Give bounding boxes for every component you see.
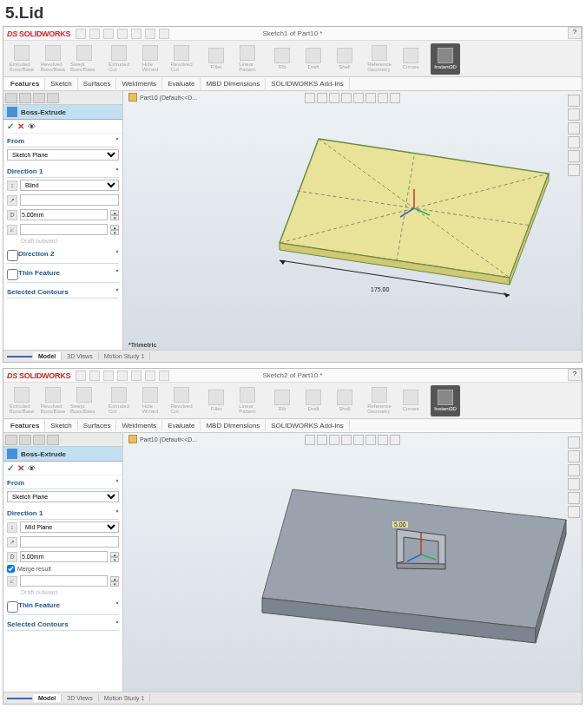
- custom-props-icon[interactable]: [568, 164, 580, 176]
- hole-wizard-button[interactable]: HoleWizard: [135, 385, 165, 416]
- qat-new-icon[interactable]: [76, 371, 86, 381]
- tab-mbd[interactable]: MBD Dimensions: [201, 420, 266, 431]
- tab-weldments[interactable]: Weldments: [116, 420, 162, 431]
- fm-tab-config-icon[interactable]: [33, 93, 45, 103]
- fillet-button[interactable]: Fillet: [201, 385, 231, 416]
- reverse-direction-icon[interactable]: ↕: [7, 180, 17, 191]
- tab-evaluate[interactable]: Evaluate: [162, 78, 201, 89]
- bottom-tab-lead[interactable]: [7, 698, 33, 699]
- tab-3dviews[interactable]: 3D Views: [62, 352, 98, 360]
- instant3d-button[interactable]: Instant3D: [431, 43, 460, 75]
- fm-tab-display-icon[interactable]: [47, 93, 59, 103]
- qat-undo-icon[interactable]: [131, 29, 142, 39]
- dimension-handle[interactable]: 5.00: [392, 521, 408, 528]
- revolved-boss-button[interactable]: RevolvedBoss/Base: [38, 385, 68, 416]
- selected-contours-header[interactable]: Selected Contours˅: [7, 619, 119, 631]
- qat-rebuild-icon[interactable]: [145, 29, 155, 39]
- zoom-fit-icon[interactable]: [305, 93, 315, 103]
- tab-mbd[interactable]: MBD Dimensions: [201, 78, 266, 89]
- from-select[interactable]: Sketch Plane: [7, 149, 119, 161]
- design-lib-icon[interactable]: [568, 108, 580, 121]
- tab-addins[interactable]: SOLIDWORKS Add-Ins: [266, 420, 350, 431]
- extruded-boss-button[interactable]: ExtrudedBoss/Base: [7, 43, 36, 75]
- view-orient-icon[interactable]: [353, 93, 364, 103]
- dimension-length[interactable]: 175.00: [371, 286, 389, 292]
- swept-boss-button[interactable]: Swept Boss/Base: [69, 43, 99, 75]
- draft-button[interactable]: Draft: [299, 385, 328, 416]
- fm-tab-feature-icon[interactable]: [5, 435, 17, 445]
- qat-save-icon[interactable]: [103, 29, 114, 39]
- section-view-icon[interactable]: [341, 435, 352, 445]
- appearance-icon[interactable]: [390, 435, 400, 445]
- depth-input[interactable]: [20, 551, 108, 562]
- extruded-boss-button[interactable]: ExtrudedBoss/Base: [7, 385, 36, 416]
- revolved-boss-button[interactable]: RevolvedBoss/Base: [38, 43, 68, 75]
- direction1-header[interactable]: Direction 1˄: [7, 166, 119, 178]
- instant3d-button[interactable]: Instant3D: [431, 385, 460, 416]
- section-view-icon[interactable]: [341, 93, 352, 103]
- preview-icon[interactable]: 👁: [28, 464, 36, 473]
- display-style-icon[interactable]: [365, 93, 376, 103]
- direction2-checkbox[interactable]: [7, 250, 18, 261]
- ok-button[interactable]: ✓: [7, 121, 14, 131]
- cancel-button[interactable]: ✕: [17, 121, 24, 131]
- tab-surfaces[interactable]: Surfaces: [78, 420, 117, 431]
- from-select[interactable]: Sketch Plane: [7, 491, 119, 502]
- from-header[interactable]: From˄: [7, 477, 119, 489]
- fm-tab-config-icon[interactable]: [33, 435, 45, 445]
- help-button[interactable]: ?: [568, 27, 582, 39]
- merge-result-checkbox[interactable]: [7, 565, 15, 573]
- ref-geom-button[interactable]: ReferenceGeometry: [365, 385, 394, 416]
- prev-view-icon[interactable]: [329, 435, 339, 445]
- design-lib-icon[interactable]: [568, 450, 580, 462]
- fm-tab-display-icon[interactable]: [47, 435, 59, 445]
- qat-options-icon[interactable]: [159, 29, 169, 39]
- view-orient-icon[interactable]: [353, 435, 364, 445]
- bottom-tab-lead[interactable]: [7, 356, 33, 357]
- extruded-cut-button[interactable]: ExtrudedCut: [104, 385, 134, 416]
- hide-show-icon[interactable]: [378, 435, 388, 445]
- qat-save-icon[interactable]: [103, 371, 114, 381]
- appearance-icon[interactable]: [390, 93, 400, 103]
- qat-open-icon[interactable]: [89, 29, 100, 39]
- direction-vector-icon[interactable]: ↗: [7, 537, 17, 548]
- swept-boss-button[interactable]: Swept Boss/Base: [69, 385, 99, 416]
- ref-geom-button[interactable]: ReferenceGeometry: [365, 43, 394, 75]
- file-explorer-icon[interactable]: [568, 464, 580, 476]
- reverse-direction-icon[interactable]: ↕: [7, 522, 17, 533]
- tab-model[interactable]: Model: [33, 694, 62, 702]
- preview-icon[interactable]: 👁: [28, 122, 36, 131]
- thin-feature-checkbox[interactable]: [7, 601, 18, 613]
- curves-button[interactable]: Curves: [396, 385, 425, 416]
- end-condition-select[interactable]: Blind: [20, 180, 119, 191]
- extruded-cut-button[interactable]: ExtrudedCut: [104, 43, 134, 75]
- qat-rebuild-icon[interactable]: [145, 371, 155, 381]
- qat-undo-icon[interactable]: [131, 371, 142, 381]
- file-explorer-icon[interactable]: [568, 122, 580, 134]
- tab-model[interactable]: Model: [33, 352, 62, 360]
- fm-tab-property-icon[interactable]: [19, 93, 31, 103]
- shell-button[interactable]: Shell: [330, 385, 359, 416]
- linear-pattern-button[interactable]: LinearPattern: [233, 385, 262, 416]
- appearances-icon[interactable]: [568, 150, 580, 162]
- tab-evaluate[interactable]: Evaluate: [162, 420, 201, 431]
- curves-button[interactable]: Curves: [396, 43, 425, 75]
- spin-down[interactable]: ▾: [110, 215, 119, 220]
- tab-sketch[interactable]: Sketch: [45, 78, 77, 89]
- tab-addins[interactable]: SOLIDWORKS Add-Ins: [266, 78, 350, 89]
- qat-options-icon[interactable]: [159, 371, 169, 381]
- shell-button[interactable]: Shell: [330, 43, 359, 75]
- revolved-cut-button[interactable]: RevolvedCut: [167, 385, 196, 416]
- direction-vector-icon[interactable]: ↗: [7, 195, 17, 206]
- tab-surfaces[interactable]: Surfaces: [78, 78, 117, 89]
- revolved-cut-button[interactable]: RevolvedCut: [167, 43, 196, 75]
- rib-button[interactable]: Rib: [267, 385, 297, 416]
- thin-feature-checkbox[interactable]: [7, 269, 18, 280]
- spin-down[interactable]: ▾: [110, 230, 119, 235]
- direction-vector-input[interactable]: [20, 194, 119, 206]
- qat-print-icon[interactable]: [117, 371, 128, 381]
- view-palette-icon[interactable]: [568, 136, 580, 148]
- resources-icon[interactable]: [568, 436, 580, 449]
- qat-print-icon[interactable]: [117, 29, 128, 39]
- hole-wizard-button[interactable]: HoleWizard: [135, 43, 165, 75]
